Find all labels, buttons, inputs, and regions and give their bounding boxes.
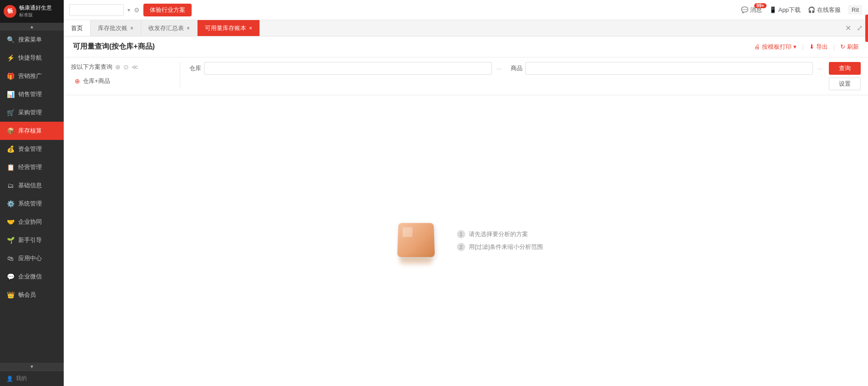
hint-num-2: 2 xyxy=(457,243,465,251)
topbar-gear-icon[interactable]: ⚙ xyxy=(134,6,140,14)
sidebar-item-search[interactable]: 🔍搜索菜单 xyxy=(0,31,64,49)
goods-input[interactable] xyxy=(525,62,813,75)
warehouse-input[interactable] xyxy=(204,62,492,75)
filter-scheme-header: 按以下方案查询 ⊕ ⊙ ≪ xyxy=(71,63,175,71)
app-icon: 📱 xyxy=(769,6,777,13)
sidebar-icon-inventory: 📦 xyxy=(6,127,15,134)
scheme-item-warehouse-goods[interactable]: ⊕ 仓库+商品 xyxy=(71,75,175,87)
print-icon: 🖨 xyxy=(754,43,760,50)
tab-available-label: 可用量库存账本 xyxy=(205,24,246,32)
topbar-chevron-icon[interactable]: ▾ xyxy=(127,7,130,13)
sidebar-label-vip: 畅会员 xyxy=(18,291,36,299)
sidebar-nav: 🔍搜索菜单⚡快捷导航🎁营销推广📊销售管理🛒采购管理📦库存核算💰资金管理📋经营管理… xyxy=(0,31,64,363)
tab-maximize-btn[interactable]: ⤢ xyxy=(855,22,864,34)
sidebar-label-purchase: 采购管理 xyxy=(18,108,42,117)
sidebar-footer-label: 我的 xyxy=(16,375,27,382)
empty-hints: 1 请先选择要分析的方案 2 用[过滤]条件来缩小分析范围 xyxy=(457,230,543,251)
brand-header: 畅 畅康通好生意 标准版 xyxy=(0,0,64,23)
topbar-service-btn[interactable]: 🎧 在线客服 xyxy=(808,6,841,14)
tab-home[interactable]: 首页 xyxy=(64,20,91,36)
page-header: 可用量查询(按仓库+商品) 🖨 按模板打印 ▾ | ⬇ 导出 | ↻ 刷新 xyxy=(64,36,868,57)
msg-icon: 💬 xyxy=(741,6,748,13)
tab-batch-close[interactable]: × xyxy=(130,25,133,31)
sidebar-item-wechat[interactable]: 💬企业微信 xyxy=(0,268,64,286)
sidebar: 畅 畅康通好生意 标准版 ▲ 🔍搜索菜单⚡快捷导航🎁营销推广📊销售管理🛒采购管理… xyxy=(0,0,64,386)
sidebar-label-wechat: 企业微信 xyxy=(18,273,42,281)
tab-summary[interactable]: 收发存汇总表 × xyxy=(141,20,198,36)
filter-area: 按以下方案查询 ⊕ ⊙ ≪ ⊕ 仓库+商品 仓库 ··· 商品 xyxy=(64,57,868,95)
action-sep1: | xyxy=(802,43,803,50)
export-btn[interactable]: ⬇ 导出 xyxy=(809,43,828,51)
topbar-search-input[interactable] xyxy=(69,4,124,16)
empty-hint-1: 1 请先选择要分析的方案 xyxy=(457,230,543,238)
empty-state: 1 请先选择要分析的方案 2 用[过滤]条件来缩小分析范围 xyxy=(64,95,868,386)
sidebar-item-basic[interactable]: 🗂基础信息 xyxy=(0,176,64,195)
sidebar-item-purchase[interactable]: 🛒采购管理 xyxy=(0,103,64,122)
sidebar-label-marketing: 营销推广 xyxy=(18,72,42,80)
topbar-right: 💬 消息 99+ 📱 App下载 🎧 在线客服 Rit xyxy=(741,5,863,15)
sidebar-label-inventory: 库存核算 xyxy=(18,127,42,135)
sidebar-item-sales[interactable]: 📊销售管理 xyxy=(0,85,64,103)
sidebar-scroll-down[interactable]: ▼ xyxy=(0,363,64,371)
sidebar-icon-wechat: 💬 xyxy=(6,273,15,280)
brand-icon: 畅 xyxy=(4,5,16,18)
sidebar-item-operation[interactable]: 📋经营管理 xyxy=(0,158,64,176)
sidebar-label-sales: 销售管理 xyxy=(18,90,42,98)
brand-info: 畅康通好生意 标准版 xyxy=(19,5,52,18)
sidebar-item-marketing[interactable]: 🎁营销推广 xyxy=(0,67,64,85)
tab-close-btn[interactable]: ✕ xyxy=(843,22,853,34)
industry-btn[interactable]: 体验行业方案 xyxy=(143,4,192,16)
tab-available-close[interactable]: × xyxy=(249,25,252,31)
refresh-btn[interactable]: ↻ 刷新 xyxy=(840,43,859,51)
scheme-label: 仓库+商品 xyxy=(83,77,110,85)
scheme-icon: ⊕ xyxy=(75,77,80,85)
sidebar-icon-operation: 📋 xyxy=(6,164,15,171)
service-icon: 🎧 xyxy=(808,6,815,13)
sidebar-item-enterprise[interactable]: 🤝企业协同 xyxy=(0,213,64,231)
collapse-scheme-icon[interactable]: ≪ xyxy=(132,63,138,71)
warehouse-more-btn[interactable]: ··· xyxy=(495,65,503,72)
sidebar-label-finance: 资金管理 xyxy=(18,145,42,153)
right-scroll-indicator xyxy=(865,15,868,42)
page-title: 可用量查询(按仓库+商品) xyxy=(73,42,155,51)
settings-scheme-icon[interactable]: ⊙ xyxy=(123,63,129,71)
print-label: 按模板打印 xyxy=(762,43,792,51)
tab-available[interactable]: 可用量库存账本 × xyxy=(198,20,260,36)
filter-field-warehouse: 仓库 ··· xyxy=(189,62,503,75)
sidebar-label-basic: 基础信息 xyxy=(18,181,42,190)
sidebar-item-vip[interactable]: 👑畅会员 xyxy=(0,286,64,304)
sidebar-label-guide: 新手引导 xyxy=(18,236,42,244)
sidebar-item-appstore[interactable]: 🛍应用中心 xyxy=(0,249,64,268)
print-btn[interactable]: 🖨 按模板打印 ▾ xyxy=(754,43,797,51)
service-label: 在线客服 xyxy=(817,6,841,14)
brand-name: 畅康通好生意 xyxy=(19,5,52,12)
topbar-msg-btn[interactable]: 💬 消息 99+ xyxy=(741,6,762,14)
settings-btn[interactable]: 设置 xyxy=(829,77,861,90)
goods-label: 商品 xyxy=(511,64,523,72)
sidebar-item-finance[interactable]: 💰资金管理 xyxy=(0,140,64,158)
sidebar-item-quick[interactable]: ⚡快捷导航 xyxy=(0,49,64,67)
add-scheme-icon[interactable]: ⊕ xyxy=(115,63,121,71)
tabbar: 首页 库存批次账 × 收发存汇总表 × 可用量库存账本 × ✕ ⤢ xyxy=(64,20,868,36)
sidebar-icon-finance: 💰 xyxy=(6,145,15,153)
sidebar-item-inventory[interactable]: 📦库存核算 xyxy=(0,122,64,140)
sidebar-label-enterprise: 企业协同 xyxy=(18,218,42,226)
goods-more-btn[interactable]: ··· xyxy=(816,65,824,72)
empty-illustration xyxy=(389,213,443,268)
msg-badge: 99+ xyxy=(754,3,766,8)
sidebar-item-system[interactable]: ⚙️系统管理 xyxy=(0,195,64,213)
topbar-user-btn[interactable]: Rit xyxy=(848,5,863,15)
tab-batch[interactable]: 库存批次账 × xyxy=(91,20,141,36)
topbar-app-btn[interactable]: 📱 App下载 xyxy=(769,6,801,14)
hint-num-1: 1 xyxy=(457,230,465,238)
empty-shadow xyxy=(400,257,432,261)
sidebar-label-system: 系统管理 xyxy=(18,200,42,208)
sidebar-scroll-up[interactable]: ▲ xyxy=(0,23,64,31)
brand-edition: 标准版 xyxy=(19,12,52,18)
sidebar-icon-basic: 🗂 xyxy=(6,182,15,189)
tab-summary-close[interactable]: × xyxy=(187,25,190,31)
sidebar-item-guide[interactable]: 🌱新手引导 xyxy=(0,231,64,249)
query-btn[interactable]: 查询 xyxy=(829,62,861,75)
sidebar-icon-appstore: 🛍 xyxy=(6,255,15,262)
tab-summary-label: 收发存汇总表 xyxy=(148,24,184,32)
